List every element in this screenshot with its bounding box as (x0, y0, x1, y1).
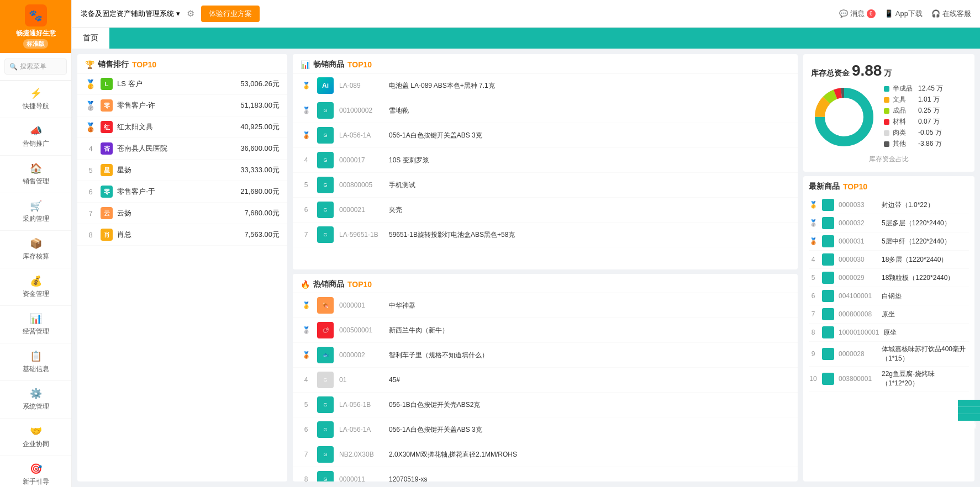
top-product-img-5: G (317, 177, 334, 193)
rank-item-8: 8 肖 肖总 7,563.00元 (77, 224, 287, 246)
np-code-8: 10000100001 (839, 329, 879, 336)
hot-product-rank-4: 4 (301, 376, 312, 384)
header-actions: 💬 消息 6 📱 App下载 🎧 在线客服 (839, 9, 971, 19)
np-code-2: 0000032 (839, 219, 877, 227)
new-product-item-2: 🥈 0000032 5层多层（1220*2440） (809, 214, 969, 232)
hot-product-rank-5: 5 (301, 401, 312, 409)
rank-badge-4: 杏 (101, 142, 113, 155)
system-icon: ⚙️ (30, 388, 42, 400)
top-product-rank-1: 🥇 (301, 82, 312, 89)
hot-product-item-5: 5 G LA-056-1B 056-1B白色按键开关壳ABS2克 (293, 393, 798, 417)
hot-product-name-8: 12070519-xs (389, 475, 790, 481)
np-name-7: 原坐 (882, 310, 969, 319)
new-product-item-10: 10 003800001 22g鱼豆腐-烧烤味（1*12*20） (809, 367, 969, 391)
hot-product-img-3: 🐟 (317, 347, 334, 363)
np-rank-1: 🥇 (809, 201, 818, 209)
hot-product-img-2: 🥩 (317, 322, 334, 338)
sidebar-item-basic-info[interactable]: 📋 基础信息 (0, 343, 71, 381)
hot-product-img-7: G (317, 446, 334, 463)
np-code-6: 004100001 (839, 292, 877, 300)
legend-item-1: 文具 1.01 万 (884, 95, 943, 104)
rank-badge-2: 零 (101, 99, 113, 112)
right-panel: 库存总资金 9.88 万 (803, 54, 974, 481)
top-products-panel: 📊 畅销商品 TOP10 🥇 Ai LA-089 电池盖 LA-089 ABS本… (293, 54, 798, 269)
settings-icon[interactable]: ⚙ (187, 8, 194, 19)
online-service-action[interactable]: 🎧 在线客服 (931, 9, 971, 19)
rank-value-3: 40,925.00元 (240, 122, 280, 132)
medal-bronze-icon: 🥉 (85, 122, 96, 133)
sidebar-item-collab[interactable]: 🤝 企业协同 (0, 419, 71, 456)
rank-badge-5: 星 (101, 164, 113, 176)
inventory-footer: 库存资金占比 (811, 155, 967, 164)
float-service-btn-2[interactable]: 服务社区 (958, 407, 980, 414)
sidebar-item-system[interactable]: ⚙️ 系统管理 (0, 381, 71, 419)
header: 装备及固定资产辅助管理系统 ▾ ⚙ 体验行业方案 💬 消息 6 📱 App下载 … (72, 0, 980, 28)
top-product-code-3: LA-056-1A (339, 131, 383, 139)
hot-product-img-6: G (317, 421, 334, 438)
hot-products-header: 🔥 热销商品 TOP10 (293, 274, 798, 293)
rank-value-4: 36,600.00元 (240, 144, 280, 153)
rank-name-3: 红太阳文具 (117, 122, 236, 132)
app-download-action[interactable]: 📱 App下载 (884, 9, 923, 19)
sidebar-item-finance[interactable]: 💰 资金管理 (0, 268, 71, 306)
system-title-select[interactable]: 装备及固定资产辅助管理系统 ▾ (81, 9, 180, 19)
top-product-code-2: 001000002 (339, 107, 383, 114)
float-service-btn-1[interactable]: 客服热线 (958, 400, 980, 407)
sidebar-item-sales[interactable]: 🏠 销售管理 (0, 156, 71, 193)
experience-btn[interactable]: 体验行业方案 (201, 6, 260, 22)
top-product-name-1: 电池盖 LA-089 ABS本色+黑种 7.1克 (389, 81, 790, 91)
search-menu-button[interactable]: 🔍 搜索菜单 (4, 59, 67, 75)
rank-value-7: 7,680.00元 (244, 208, 280, 218)
legend-item-3: 材料 0.07 万 (884, 117, 943, 126)
top-products-top10: TOP10 (347, 60, 372, 69)
rank-badge-3: 红 (101, 121, 113, 133)
headset-icon: 🎧 (931, 9, 940, 18)
hot-product-name-7: 2.0X30MM双搓花轴,搓花直径2.1MM/ROHS (389, 450, 790, 459)
hot-product-name-6: 056-1A白色按键开关盖ABS 3克 (389, 425, 790, 435)
sidebar-item-marketing[interactable]: 📣 营销推广 (0, 118, 71, 156)
rank-value-1: 53,006.26元 (240, 79, 280, 89)
np-name-9: 体城嘉核味苏打饮品400毫升（1*15） (882, 345, 969, 363)
sidebar-item-quicknav[interactable]: ⚡ 快捷导航 (0, 81, 71, 118)
quicknav-icon: ⚡ (30, 87, 42, 99)
rank-num-5: 5 (85, 166, 96, 174)
np-name-5: 18颗粒板（1220*2440） (882, 273, 969, 283)
top-product-name-2: 雪地靴 (389, 106, 790, 115)
np-name-2: 5层多层（1220*2440） (882, 219, 969, 228)
np-rank-7: 7 (809, 310, 818, 318)
fire-icon: 🔥 (301, 280, 310, 289)
inventory-unit: 万 (884, 68, 892, 77)
legend-item-5: 其他 -3.86 万 (884, 139, 943, 149)
finance-icon: 💰 (30, 275, 42, 287)
rank-badge-6: 零 (101, 186, 113, 198)
np-code-1: 0000033 (839, 201, 877, 209)
np-name-8: 原坐 (883, 328, 969, 337)
legend-color-0 (884, 86, 889, 92)
sidebar-item-operations[interactable]: 📊 经营管理 (0, 306, 71, 343)
top-products-title: 畅销商品 (313, 60, 344, 70)
rank-name-2: 零售客户-许 (117, 100, 236, 110)
sales-ranking-panel: 🏆 销售排行 TOP10 🥇 L LS 客户 53,006.26元 🥈 零 零售… (77, 54, 287, 481)
rank-item-7: 7 云 云扬 7,680.00元 (77, 203, 287, 224)
top-product-img-6: G (317, 202, 334, 218)
np-rank-4: 4 (809, 256, 818, 263)
np-name-10: 22g鱼豆腐-烧烤味（1*12*20） (882, 369, 969, 388)
new-product-item-7: 7 000800008 原坐 (809, 305, 969, 324)
rank-name-7: 云扬 (117, 208, 240, 218)
legend-color-4 (884, 130, 889, 136)
new-product-item-9: 9 0000028 体城嘉核味苏打饮品400毫升（1*15） (809, 342, 969, 367)
hot-products-title: 热销商品 (313, 279, 344, 289)
message-action[interactable]: 💬 消息 6 (839, 9, 876, 19)
sidebar-item-guide[interactable]: 🎯 新手引导 (0, 456, 71, 487)
np-name-4: 18多层（1220*2440） (882, 255, 969, 264)
hot-product-name-4: 45# (389, 376, 790, 384)
tab-home[interactable]: 首页 (72, 28, 109, 49)
sidebar-item-inventory[interactable]: 📦 库存核算 (0, 231, 71, 268)
hot-product-rank-6: 6 (301, 426, 312, 433)
sidebar-item-purchase[interactable]: 🛒 采购管理 (0, 193, 71, 231)
float-service-btn-3[interactable]: 直播 (958, 414, 980, 421)
np-code-9: 0000028 (839, 350, 877, 358)
np-rank-10: 10 (809, 375, 818, 383)
np-img-10 (822, 373, 834, 385)
purchase-icon: 🛒 (30, 200, 42, 212)
